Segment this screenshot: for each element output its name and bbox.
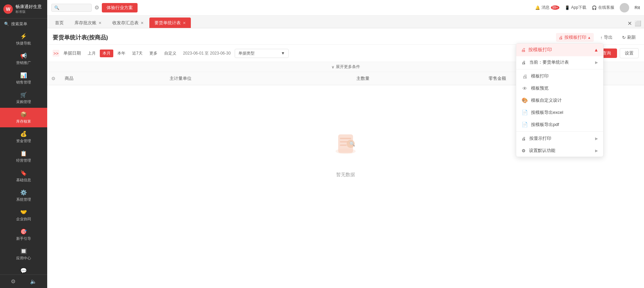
template-preview-icon: 👁 xyxy=(522,86,528,91)
tab-receipt-summary[interactable]: 收发存汇总表 ✕ xyxy=(107,18,149,28)
tab-home[interactable]: 首页 xyxy=(50,18,69,28)
prev-month-btn[interactable]: 上月 xyxy=(85,50,98,57)
default-func-item[interactable]: ⚙ 设置默认功能 ▶ xyxy=(516,145,603,157)
current-template-chevron: ▶ xyxy=(595,60,598,65)
sidebar-item-label: 经营管理 xyxy=(16,158,31,163)
tab-close-order-stats[interactable]: ✕ xyxy=(183,21,186,25)
template-excel-item[interactable]: 📄 按模板导出excel xyxy=(516,106,603,119)
sidebar-item-operation[interactable]: 📋 经营管理 xyxy=(0,147,47,166)
this-month-btn[interactable]: 本月 xyxy=(100,50,113,57)
sidebar-item-system[interactable]: ⚙️ 系统管理 xyxy=(0,186,47,205)
content-header: 要货单统计表(按商品) 🖨 按模板打印 ▲ ↑ 导出 ↻ 刷新 xyxy=(47,28,644,45)
gear-icon[interactable]: ⚙ xyxy=(94,4,99,11)
window-maximize-icon[interactable]: ⬜ xyxy=(635,20,641,27)
window-close-icon[interactable]: ✕ xyxy=(627,20,632,27)
doc-type-select[interactable]: 单据类型 ▼ xyxy=(235,49,289,58)
chevron-up-icon-dropdown: ▲ xyxy=(594,47,598,53)
svg-rect-4 xyxy=(340,145,347,146)
sidebar-item-basic[interactable]: 🔖 基础信息 xyxy=(0,166,47,186)
default-func-label: 设置默认功能 xyxy=(529,148,555,154)
display-print-label: 按显示打印 xyxy=(529,135,551,141)
tabbar: 首页 库存批次账 ✕ 收发存汇总表 ✕ 要货单统计表 ✕ ✕ ⬜ xyxy=(47,15,644,28)
sidebar-item-inventory[interactable]: 📦 库存核算 xyxy=(0,108,47,127)
online-service-item[interactable]: 🎧 在线客服 xyxy=(592,5,614,10)
home-tab-label: 首页 xyxy=(55,20,64,26)
sidebar-item-label: 营销推广 xyxy=(16,60,31,65)
experience-btn[interactable]: 体验行业方案 xyxy=(102,3,138,12)
sidebar: W 畅康通好生意 标准版 🔍 搜索菜单 ⚡ 快捷导航 📢 营销推广 📊 销售管理… xyxy=(0,0,47,288)
quick-nav-icon: ⚡ xyxy=(20,33,27,39)
sidebar-item-label: 库存核算 xyxy=(16,119,31,124)
template-print-icon: 🖨 xyxy=(522,73,528,79)
print-template-btn[interactable]: 🖨 按模板打印 ▲ xyxy=(556,33,594,42)
chevron-down-icon: ▼ xyxy=(281,51,285,56)
operation-icon: 📋 xyxy=(20,150,27,157)
settings-bottom-icon[interactable]: ⚙ xyxy=(11,278,16,285)
dropdown-header[interactable]: 🖨 按模板打印 ▲ xyxy=(516,43,603,56)
template-custom-label: 模板自定义设计 xyxy=(531,97,562,103)
last7-btn[interactable]: 近7天 xyxy=(129,50,145,57)
tab-order-stats-label: 要货单统计表 xyxy=(154,20,181,26)
dropdown-printer-icon: 🖨 xyxy=(521,47,526,53)
tab-close-receipt-summary[interactable]: ✕ xyxy=(141,21,144,25)
sidebar-item-label: 销售管理 xyxy=(16,80,31,85)
sidebar-item-apps[interactable]: 🔲 应用中心 xyxy=(0,245,47,264)
filter-expand-btn[interactable]: >> xyxy=(53,50,59,57)
sound-bottom-icon[interactable]: 🔈 xyxy=(30,278,37,285)
app-download-item[interactable]: 📱 App下载 xyxy=(565,5,586,10)
sidebar-search[interactable]: 🔍 搜索菜单 xyxy=(0,19,47,30)
page-title: 要货单统计表(按商品) xyxy=(53,34,108,41)
sidebar-item-purchase[interactable]: 🛒 采购管理 xyxy=(0,88,47,108)
sidebar-item-quick-nav[interactable]: ⚡ 快捷导航 xyxy=(0,30,47,49)
topbar-search-box[interactable]: 🔍 xyxy=(51,4,92,12)
guide-icon: 🎯 xyxy=(20,228,27,235)
sidebar-item-marketing[interactable]: 📢 营销推广 xyxy=(0,49,47,69)
refresh-btn[interactable]: ↻ 刷新 xyxy=(619,33,639,42)
export-btn[interactable]: ↑ 导出 xyxy=(598,33,616,42)
more-btn[interactable]: 更多 xyxy=(147,50,160,57)
system-icon: ⚙️ xyxy=(20,189,27,196)
sidebar-item-label: 应用中心 xyxy=(16,256,31,261)
messages-item[interactable]: 🔔 消息 99+ xyxy=(535,5,559,10)
sidebar-item-label: 基础信息 xyxy=(16,178,31,183)
col-product: 商品 xyxy=(61,72,166,85)
user-avatar[interactable] xyxy=(620,3,629,12)
template-pdf-icon: 📄 xyxy=(522,122,528,128)
doc-type-label: 单据类型 xyxy=(238,51,255,56)
template-preview-item[interactable]: 👁 模板预览 xyxy=(516,82,603,94)
expand-more-icon: ∨ xyxy=(331,65,334,69)
template-custom-item[interactable]: 🎨 模板自定义设计 xyxy=(516,94,603,106)
sidebar-item-enterprise[interactable]: 🤝 企业协同 xyxy=(0,205,47,225)
search-label: 搜索菜单 xyxy=(11,21,27,27)
divider-2 xyxy=(516,131,603,132)
col-settings: ⚙ xyxy=(47,72,61,85)
template-print-item[interactable]: 🖨 模板打印 xyxy=(516,70,603,82)
dropdown-title: 按模板打印 xyxy=(528,47,552,53)
search-icon: 🔍 xyxy=(4,22,9,26)
tab-order-stats[interactable]: 要货单统计表 ✕ xyxy=(149,18,191,28)
current-template-label: 当前：要货单统计表 xyxy=(529,59,569,65)
expand-more-label: 展开更多条件 xyxy=(336,64,360,70)
empty-text: 暂无数据 xyxy=(336,172,355,178)
template-pdf-item[interactable]: 📄 按模板导出pdf xyxy=(516,119,603,131)
sidebar-item-wechat[interactable]: 💬 企业微信 xyxy=(0,264,47,275)
user-name: Rit xyxy=(635,5,640,10)
tab-inventory-batch[interactable]: 库存批次账 ✕ xyxy=(69,18,107,28)
this-year-btn[interactable]: 本年 xyxy=(115,50,128,57)
display-print-item[interactable]: 🖨 按显示打印 ▶ xyxy=(516,132,603,145)
phone-icon: 📱 xyxy=(565,5,570,10)
sidebar-item-sales[interactable]: 📊 销售管理 xyxy=(0,69,47,88)
column-settings-icon[interactable]: ⚙ xyxy=(51,76,56,81)
col-unit: 主计量单位 xyxy=(166,72,352,85)
template-print-label: 模板打印 xyxy=(531,73,549,79)
sidebar-item-label: 新手引导 xyxy=(16,236,31,241)
svg-rect-2 xyxy=(340,138,351,139)
custom-btn[interactable]: 自定义 xyxy=(162,50,179,57)
messages-badge: 99+ xyxy=(551,5,559,10)
sidebar-item-finance[interactable]: 💰 资金管理 xyxy=(0,127,47,147)
current-template-item[interactable]: 🖨 当前：要货单统计表 ▶ xyxy=(516,56,603,68)
tab-close-inventory-batch[interactable]: ✕ xyxy=(98,21,101,25)
sidebar-item-guide[interactable]: 🎯 新手引导 xyxy=(0,225,47,245)
enterprise-icon: 🤝 xyxy=(20,209,27,215)
settings-btn[interactable]: 设置 xyxy=(620,48,639,58)
